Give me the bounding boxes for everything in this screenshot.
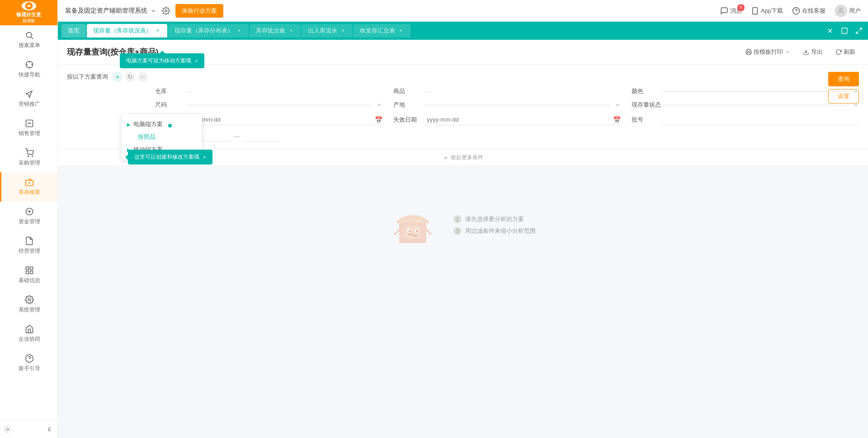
top-header: 装备及固定资产辅助管理系统 体验行业方案 消息 6 App下载 在线客服 xyxy=(58,0,868,22)
svg-point-44 xyxy=(416,230,418,232)
print-btn[interactable]: 按模板打印 xyxy=(742,46,794,58)
page-actions: 按模板打印 导出 刷新 xyxy=(742,46,859,58)
filter-row-goods: 商品 ··· xyxy=(393,87,621,95)
svg-rect-17 xyxy=(26,267,29,270)
sidebar-item-sales[interactable]: 销售管理 xyxy=(0,113,57,143)
tooltip-create-scheme: 这里可以创建和修改方案哦 × xyxy=(128,150,212,165)
logo-icon xyxy=(22,1,36,10)
svg-rect-40 xyxy=(405,226,421,239)
tab-batch-account[interactable]: 库存批次账 × xyxy=(250,24,301,38)
header-user[interactable]: 用户 xyxy=(835,5,861,17)
tooltip-desktop-scheme: 电脑方案可设为移动方案哦 × xyxy=(120,53,204,68)
refresh-btn[interactable]: 刷新 xyxy=(832,46,859,58)
empty-tip-1: 1 请先选择要分析的方案 xyxy=(453,215,536,223)
svg-rect-34 xyxy=(842,28,847,33)
tab-close-inventory-dist[interactable]: × xyxy=(236,28,242,34)
filter-add-btn[interactable]: + xyxy=(113,72,123,82)
svg-point-26 xyxy=(165,9,167,12)
sidebar-collapse-btn[interactable] xyxy=(46,425,54,433)
tooltip1-close-btn[interactable]: × xyxy=(195,58,198,64)
tab-close-collect-summary[interactable]: × xyxy=(398,28,404,34)
expire-date-input[interactable] xyxy=(424,114,613,125)
schema-desktop-child-1[interactable]: 按照品 xyxy=(132,131,202,143)
origin-chevron-down-icon xyxy=(614,102,621,108)
sidebar-item-purchase[interactable]: 采购管理 xyxy=(0,143,57,172)
tab-in-out-flow[interactable]: 出入库流水 × xyxy=(302,24,353,38)
empty-illustration xyxy=(390,203,435,248)
empty-row: 1 请先选择要分析的方案 2 用过滤条件来缩小分析范围 xyxy=(390,203,536,248)
tab-inventory-status[interactable]: 现存量（库存状况表） × xyxy=(87,24,167,38)
sidebar-item-search[interactable]: 搜索菜单 xyxy=(0,25,57,55)
produce-date-input[interactable] xyxy=(186,114,375,125)
sidebar: 畅通好生意 标准版 搜索菜单 快捷导航 营销推广 销售管理 采购管理 库存核算 xyxy=(0,0,58,438)
tab-close-batch-account[interactable]: × xyxy=(288,28,294,34)
svg-line-45 xyxy=(395,230,399,234)
sidebar-item-operation[interactable]: 经营管理 xyxy=(0,231,57,260)
filter-row-expire-date: 失效日期 📅 xyxy=(393,114,621,125)
svg-line-2 xyxy=(31,37,33,39)
sidebar-item-marketing[interactable]: 营销推广 xyxy=(0,84,57,113)
tab-close-inventory-status[interactable]: × xyxy=(155,28,161,34)
sidebar-item-enterprise[interactable]: 企业协同 xyxy=(0,319,57,349)
tab-home[interactable]: 首页 xyxy=(61,24,86,38)
collapse-chevron-up-icon xyxy=(443,155,449,161)
svg-rect-8 xyxy=(26,120,33,127)
filter-back-btn[interactable]: ← xyxy=(138,72,148,82)
expire-date-input-wrapper[interactable]: 📅 xyxy=(424,114,621,125)
empty-state: 1 请先选择要分析的方案 2 用过滤条件来缩小分析范围 xyxy=(58,166,868,284)
tooltip2-close-btn[interactable]: × xyxy=(203,154,206,160)
system-name: 装备及固定资产辅助管理系统 xyxy=(65,7,156,15)
sidebar-item-base[interactable]: 基础信息 xyxy=(0,260,57,290)
tab-maximize-btn[interactable] xyxy=(854,25,864,36)
stock-main-to-input[interactable] xyxy=(243,131,279,141)
industry-btn[interactable]: 体验行业方案 xyxy=(175,4,223,18)
filter-action-buttons: 查询 设置 xyxy=(828,72,859,104)
tab-restore-btn[interactable] xyxy=(839,25,850,36)
empty-tip-2: 2 用过滤条件来缩小分析范围 xyxy=(453,227,536,235)
header-settings-btn[interactable] xyxy=(162,7,170,15)
sidebar-logo: 畅通好生意 标准版 xyxy=(0,0,57,25)
empty-tips: 1 请先选择要分析的方案 2 用过滤条件来缩小分析范围 xyxy=(453,215,536,235)
svg-point-24 xyxy=(7,429,9,431)
tab-bar: 首页 现存量（库存状况表） × 现存量（库存分布表） × 库存批次账 × 出入库… xyxy=(58,22,868,40)
svg-rect-37 xyxy=(747,52,750,55)
filter-header: 按以下方案查询 + ↻ ← 电脑方案可设为移动方案哦 × xyxy=(67,72,859,82)
reset-btn[interactable]: 设置 xyxy=(828,89,859,104)
header-app[interactable]: App下载 xyxy=(751,7,783,15)
sidebar-item-inventory[interactable]: 库存核算 xyxy=(0,172,57,202)
svg-point-1 xyxy=(26,32,32,38)
query-btn[interactable]: 查询 xyxy=(828,72,859,86)
schema-desktop-group[interactable]: ▶ 电脑端方案 xyxy=(122,118,202,131)
filter-grid-wrapper: 仓库 ··· 商品 ··· 颜色 尺码 xyxy=(155,87,859,141)
avatar xyxy=(835,5,847,17)
svg-line-36 xyxy=(856,31,859,33)
filter-header-label: 按以下方案查询 xyxy=(67,73,108,81)
sidebar-settings-btn[interactable] xyxy=(4,425,12,433)
sidebar-item-finance[interactable]: 资金管理 xyxy=(0,202,57,231)
svg-point-10 xyxy=(32,156,33,157)
dot-indicator xyxy=(168,124,172,127)
sidebar-item-system[interactable]: 系统管理 xyxy=(0,290,57,319)
svg-point-21 xyxy=(28,299,31,301)
sidebar-item-guide[interactable]: 新手引导 xyxy=(0,349,57,378)
header-right: 消息 6 App下载 在线客服 用户 xyxy=(720,5,861,17)
filter-area: 按以下方案查询 + ↻ ← 电脑方案可设为移动方案哦 × ▶ xyxy=(58,65,868,149)
sidebar-item-quick[interactable]: 快捷导航 xyxy=(0,55,57,84)
header-support[interactable]: 在线客服 xyxy=(792,7,826,15)
svg-line-35 xyxy=(859,28,862,30)
msg-badge: 6 xyxy=(737,4,745,11)
svg-point-31 xyxy=(840,8,842,10)
expire-date-calendar-icon: 📅 xyxy=(613,116,621,123)
tab-collect-summary[interactable]: 收发存汇总表 × xyxy=(354,24,410,38)
produce-date-input-wrapper[interactable]: 📅 xyxy=(186,114,382,125)
tab-bar-actions xyxy=(825,25,864,36)
tab-inventory-dist[interactable]: 现存量（库存分布表） × xyxy=(168,24,249,38)
export-btn[interactable]: 导出 xyxy=(799,46,826,58)
tab-close-all-btn[interactable] xyxy=(825,25,835,36)
tab-close-in-out-flow[interactable]: × xyxy=(340,28,346,34)
main-content: 装备及固定资产辅助管理系统 体验行业方案 消息 6 App下载 在线客服 xyxy=(58,0,868,438)
header-msg[interactable]: 消息 6 xyxy=(720,7,742,15)
svg-point-9 xyxy=(28,156,29,157)
batch-no-input[interactable] xyxy=(662,114,859,125)
filter-refresh-btn[interactable]: ↻ xyxy=(125,72,135,82)
